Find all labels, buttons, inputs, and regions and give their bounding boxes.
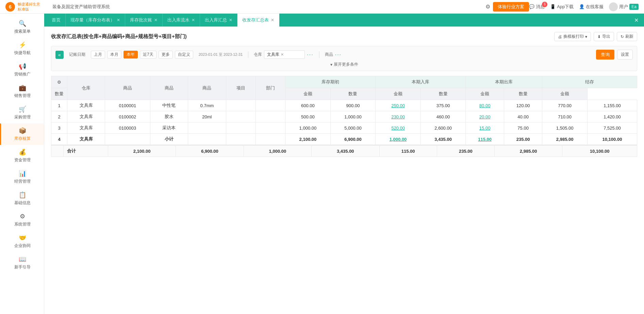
data-table: ⚙ 仓库 商品 商品 商品 项目 部门 库存期初 本期入库 bbox=[51, 76, 637, 145]
warehouse-tag-close[interactable]: ✕ bbox=[281, 52, 284, 57]
sidebar-item-basicinfo[interactable]: 📋 基础信息 bbox=[0, 188, 44, 209]
refresh-button[interactable]: ↻ 刷新 bbox=[617, 32, 637, 41]
print-button[interactable]: 🖨 换模板打印 ▾ bbox=[554, 32, 591, 41]
cell-goods-spec: 20ml bbox=[188, 111, 226, 122]
footer-cell-empty0 bbox=[51, 146, 64, 157]
date-more[interactable]: 更多 bbox=[159, 51, 173, 59]
collab-icon: 🤝 bbox=[19, 234, 26, 242]
date-this-year[interactable]: 本年 bbox=[123, 51, 138, 59]
sidebar-item-marketing[interactable]: 📢 营销推广 bbox=[0, 59, 44, 81]
sidebar-item-system[interactable]: ⚙ 系统管理 bbox=[0, 209, 44, 231]
user-avatar bbox=[609, 2, 618, 11]
tab-inout-flow-close[interactable]: ✕ bbox=[192, 18, 195, 22]
sidebar-item-guide[interactable]: 📖 新手引导 bbox=[0, 252, 44, 274]
sidebar-label-collab: 企业协同 bbox=[14, 243, 31, 249]
tab-batch-close[interactable]: ✕ bbox=[154, 18, 158, 22]
cell-goods-name: 小计 bbox=[150, 134, 188, 145]
top-header: 6 畅捷通好生意 标准版 装备及固定资产辅助管理系统 ⚙ 体验行业方案 💬 消息… bbox=[0, 0, 644, 14]
logo-area: 6 畅捷通好生意 标准版 bbox=[5, 2, 50, 12]
export-button[interactable]: ⬇ 导出 bbox=[594, 32, 614, 41]
footer-out-qty: 115.00 bbox=[379, 146, 437, 157]
date-7days[interactable]: 近7天 bbox=[140, 51, 156, 59]
sidebar-item-search[interactable]: 🔍 搜索菜单 bbox=[0, 16, 44, 38]
tab-bar-close[interactable]: ✕ bbox=[631, 17, 641, 23]
tab-receive-summary[interactable]: 收发存汇总表 ✕ bbox=[237, 14, 279, 27]
expand-button[interactable]: ▾ 展开更多条件 bbox=[330, 62, 358, 67]
cell-department bbox=[256, 134, 285, 145]
sidebar-label-system: 系统管理 bbox=[14, 221, 31, 227]
tab-stock-dist-close[interactable]: ✕ bbox=[117, 18, 120, 22]
cell-open-amt: 6,900.00 bbox=[330, 134, 376, 145]
sidebar-item-finance[interactable]: 💰 资金管理 bbox=[0, 145, 44, 166]
sidebar-item-quicknav[interactable]: ⚡ 快捷导航 bbox=[0, 38, 44, 59]
cell-in-qty[interactable]: 520.00 bbox=[376, 122, 421, 134]
goods-field: 商品 ··· bbox=[325, 52, 342, 58]
footer-bal-amt: 10,100.00 bbox=[562, 146, 637, 157]
filter-setting-button[interactable]: 设置 bbox=[617, 50, 633, 60]
sidebar-label-marketing: 营销推广 bbox=[14, 71, 31, 77]
table-container: ⚙ 仓库 商品 商品 商品 项目 部门 库存期初 本期入库 bbox=[51, 76, 637, 145]
expand-icon: ▾ bbox=[330, 62, 332, 67]
cell-in-qty[interactable]: 250.00 bbox=[376, 100, 421, 111]
query-button[interactable]: 查询 bbox=[596, 50, 614, 60]
tab-inout-flow[interactable]: 出入库流水 ✕ bbox=[163, 14, 200, 27]
cell-department bbox=[256, 122, 285, 134]
table-settings-gear-icon[interactable]: ⚙ bbox=[57, 80, 61, 85]
tab-inout-summary-label: 出入库汇总 bbox=[205, 17, 227, 23]
tab-inout-summary-close[interactable]: ✕ bbox=[229, 18, 232, 22]
cell-out-qty[interactable]: 20.00 bbox=[466, 111, 504, 122]
cell-no: 1 bbox=[51, 100, 67, 111]
cell-out-qty[interactable]: 15.00 bbox=[466, 122, 504, 134]
th-settings[interactable]: ⚙ bbox=[51, 76, 67, 88]
warehouse-input[interactable]: 文具库 ✕ bbox=[264, 50, 305, 59]
page-title: 收发存汇总表(按仓库+商品编码+商品+规格型号+项目+部门) bbox=[51, 33, 187, 40]
basicinfo-icon: 📋 bbox=[19, 191, 26, 199]
cell-in-qty[interactable]: 230.00 bbox=[376, 111, 421, 122]
goods-dots[interactable]: ··· bbox=[335, 52, 342, 58]
tab-stock-dist[interactable]: 现存量（库存分布表） ✕ bbox=[66, 14, 125, 27]
export-icon: ⬇ bbox=[597, 34, 601, 39]
cell-goods-name: 中性笔 bbox=[150, 100, 188, 111]
date-last-month[interactable]: 上月 bbox=[91, 51, 105, 59]
cell-warehouse: 文具库 bbox=[67, 111, 105, 122]
cell-out-amt: 120.00 bbox=[504, 100, 542, 111]
sidebar-item-purchase[interactable]: 🛒 采购管理 bbox=[0, 102, 44, 123]
date-this-month[interactable]: 本月 bbox=[107, 51, 121, 59]
cell-open-qty: 600.00 bbox=[285, 100, 331, 111]
cell-warehouse: 文具库 bbox=[67, 134, 105, 145]
cell-out-amt: 75.00 bbox=[504, 122, 542, 134]
warehouse-dots[interactable]: ··· bbox=[307, 52, 313, 58]
system-title: 装备及固定资产辅助管理系统 bbox=[52, 4, 485, 10]
settings-icon[interactable]: ⚙ bbox=[485, 3, 490, 10]
tab-receive-summary-close[interactable]: ✕ bbox=[271, 18, 274, 22]
message-badge: 6 bbox=[542, 2, 547, 7]
date-custom[interactable]: 自定义 bbox=[175, 51, 193, 59]
tab-inout-summary[interactable]: 出入库汇总 ✕ bbox=[200, 14, 237, 27]
industry-button[interactable]: 体验行业方案 bbox=[493, 2, 529, 12]
online-service-item[interactable]: 👤 在线客服 bbox=[579, 4, 604, 10]
tab-batch[interactable]: 库存批次账 ✕ bbox=[125, 14, 163, 27]
expand-row: ▾ 展开更多条件 bbox=[55, 62, 633, 67]
sidebar-item-collab[interactable]: 🤝 企业协同 bbox=[0, 231, 44, 252]
message-item[interactable]: 💬 消息 6 bbox=[529, 4, 545, 10]
cell-out-qty[interactable]: 80.00 bbox=[466, 100, 504, 111]
sidebar-item-operations[interactable]: 📊 经营管理 bbox=[0, 166, 44, 188]
th-project: 项目 bbox=[226, 76, 256, 100]
th-in-group: 本期入库 bbox=[376, 76, 466, 88]
app-download-item[interactable]: 📱 App下载 bbox=[550, 4, 574, 10]
refresh-label: 刷新 bbox=[625, 34, 633, 39]
date-range: 2023-01-01 至 2023-12-31 bbox=[199, 52, 243, 57]
filter-toggle[interactable]: « bbox=[55, 51, 64, 59]
th-goods-name: 商品 bbox=[150, 76, 188, 100]
cell-open-amt: 1,000.00 bbox=[330, 111, 376, 122]
main-content: 首页 现存量（库存分布表） ✕ 库存批次账 ✕ 出入库流水 ✕ 出入库汇总 ✕ … bbox=[44, 14, 644, 314]
cell-out-qty[interactable]: 115.00 bbox=[466, 134, 504, 145]
sidebar-item-sales[interactable]: 💼 销售管理 bbox=[0, 81, 44, 102]
table-row: 4文具库小计2,100.006,900.001,000.003,435.0011… bbox=[51, 134, 637, 145]
table-row: 1文具库0100001中性笔0.7mm600.00900.00250.00375… bbox=[51, 100, 637, 111]
user-item[interactable]: 用户 Ea bbox=[609, 2, 639, 11]
tab-home[interactable]: 首页 bbox=[47, 14, 66, 27]
cell-in-qty[interactable]: 1,000.00 bbox=[376, 134, 421, 145]
message-icon: 💬 bbox=[529, 4, 534, 9]
sidebar-item-inventory[interactable]: 📦 库存核算 bbox=[0, 123, 44, 145]
